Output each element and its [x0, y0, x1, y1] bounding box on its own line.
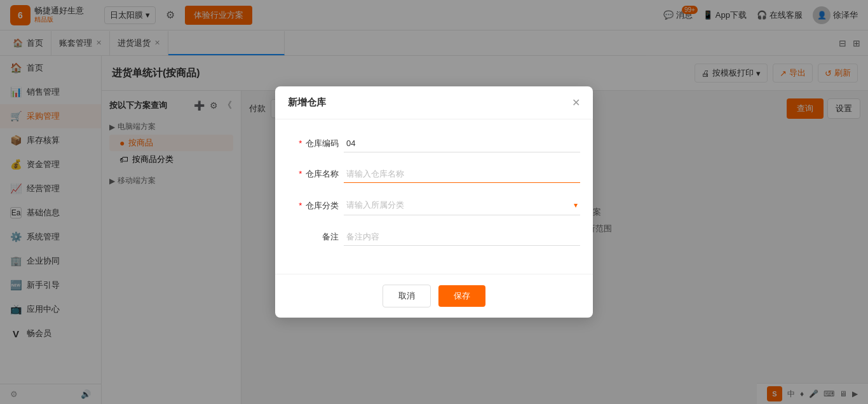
- dialog-title: 新增仓库: [288, 97, 326, 109]
- dialog-body: * 仓库编码 * 仓库名称 * 仓库分类 请输入所属: [275, 119, 593, 274]
- category-select[interactable]: 请输入所属分类 ▾: [344, 196, 580, 215]
- form-row-note: 备注: [288, 228, 580, 246]
- dialog-footer: 取消 保存: [275, 274, 593, 318]
- note-label: 备注: [288, 231, 339, 243]
- form-row-code: * 仓库编码: [288, 135, 580, 152]
- code-label: * 仓库编码: [288, 138, 339, 149]
- form-row-name: * 仓库名称: [288, 165, 580, 183]
- save-button[interactable]: 保存: [438, 285, 485, 307]
- dialog-close-button[interactable]: ✕: [572, 97, 580, 109]
- form-row-category: * 仓库分类 请输入所属分类 ▾: [288, 196, 580, 215]
- code-input[interactable]: [344, 135, 580, 152]
- name-input[interactable]: [344, 165, 580, 183]
- modal-overlay: 新增仓库 ✕ * 仓库编码 * 仓库名称: [0, 0, 868, 404]
- add-warehouse-dialog: 新增仓库 ✕ * 仓库编码 * 仓库名称: [275, 86, 593, 318]
- note-input[interactable]: [344, 228, 580, 246]
- name-label: * 仓库名称: [288, 168, 339, 180]
- cancel-button[interactable]: 取消: [383, 285, 431, 307]
- select-arrow-icon: ▾: [574, 201, 578, 210]
- category-label: * 仓库分类: [288, 200, 339, 212]
- dialog-header: 新增仓库 ✕: [275, 86, 593, 119]
